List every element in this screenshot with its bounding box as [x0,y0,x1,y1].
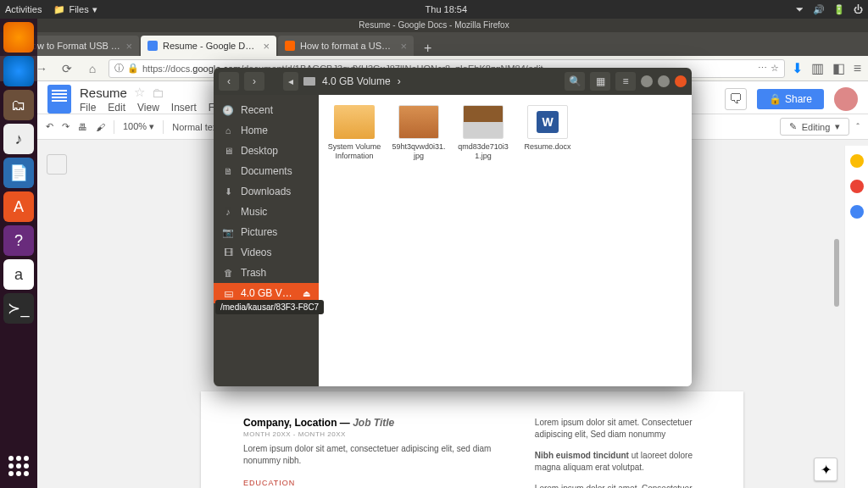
scrollbar-thumb[interactable] [834,239,839,307]
doc-title[interactable]: Resume [80,86,127,100]
new-tab-button[interactable]: + [415,41,440,56]
desktop-icon: 🖥 [222,146,234,156]
calendar-icon[interactable] [850,205,864,219]
drive-icon [303,77,315,86]
hamburger-menu-icon[interactable]: ≡ [854,61,861,76]
sidebar-item-recent[interactable]: 🕘Recent [214,100,319,120]
dock-terminal-icon[interactable]: ≻_ [3,293,34,324]
dock-firefox-icon[interactable] [3,22,34,53]
sidebar-item-music[interactable]: ♪Music [214,202,319,222]
path-bar[interactable]: 4.0 GB Volume › [303,75,559,87]
zoom-select[interactable]: 100% ▾ [123,121,154,132]
sidebar-item-label: Music [241,206,267,218]
library-icon[interactable]: ▥ [811,60,824,76]
nav-forward-button[interactable]: › [244,72,264,91]
side-text: Lorem ipsum dolor sit amet. Consectetuer… [535,417,701,441]
folder-icon[interactable]: 🗀 [152,86,164,100]
file-name: System Volume Information [327,142,381,161]
dock-rhythmbox-icon[interactable]: ♪ [3,124,34,154]
star-icon[interactable]: ☆ [134,85,145,100]
close-tab-icon[interactable]: × [263,40,270,53]
lock-icon: 🔒 [127,63,139,74]
menu-file[interactable]: File [80,102,96,114]
undo-button[interactable]: ↶ [46,121,53,132]
dock-writer-icon[interactable]: 📄 [3,158,34,188]
sidebar-item-home[interactable]: ⌂Home [214,120,319,141]
dock-files-icon[interactable]: 🗂 [3,90,34,120]
home-button[interactable]: ⌂ [83,59,102,78]
dock-thunderbird-icon[interactable] [3,56,34,86]
docs-logo-icon[interactable] [47,85,71,114]
eject-icon[interactable]: ⏏ [303,289,310,298]
keep-icon[interactable] [850,154,864,168]
sidebar-item-trash[interactable]: 🗑Trash [214,263,319,283]
redo-button[interactable]: ↷ [62,121,70,132]
clock[interactable]: Thu 18:54 [97,4,795,14]
sidebar-item-videos[interactable]: 🎞Videos [214,242,319,263]
print-button[interactable]: 🖶 [78,122,87,132]
chevron-right-icon: › [398,75,401,87]
document-page[interactable]: Company, Location — Job Title MONTH 20XX… [201,391,743,488]
trash-icon: 🗑 [222,268,234,278]
share-label: Share [785,93,812,105]
maximize-button[interactable] [658,75,670,87]
hamburger-button[interactable]: ≡ [615,72,636,91]
tasks-icon[interactable] [850,180,864,193]
share-button[interactable]: 🔒 Share [757,89,824,109]
sidebar-item-downloads[interactable]: ⬇Downloads [214,181,319,202]
files-window: ‹ › ◂ 4.0 GB Volume › 🔍 ▦ ≡ 🕘Recent ⌂Hom… [214,68,692,386]
nav-back-button[interactable]: ‹ [219,72,239,91]
image-thumbnail-icon [463,105,504,139]
account-avatar[interactable] [834,87,858,111]
music-icon: ♪ [222,207,234,217]
close-tab-icon[interactable]: × [125,40,132,53]
explore-button[interactable]: ✦ [814,458,837,481]
battery-icon: 🔋 [833,4,845,15]
activities-button[interactable]: Activities [5,4,42,15]
close-tab-icon[interactable]: × [400,40,407,53]
dock-amazon-icon[interactable]: a [3,259,34,290]
search-button[interactable]: 🔍 [565,72,585,91]
file-name: 59ht3qvwd0i31.jpg [392,142,446,161]
file-name: Resume.docx [520,142,575,152]
power-icon: ⏻ [854,4,863,14]
bookmark-star-icon[interactable]: ☆ [771,63,779,74]
path-arrow-icon[interactable]: ◂ [283,72,298,91]
reload-button[interactable]: ⟳ [58,59,76,78]
sidebar-item-documents[interactable]: 🗎Documents [214,161,319,181]
chevron-up-icon[interactable]: ˆ [856,122,860,132]
firefox-tabstrip: How to Format USB Driv× Resume - Google … [0,32,868,56]
info-icon[interactable]: ⓘ [114,62,124,75]
menu-insert[interactable]: Insert [171,102,197,114]
sidebar-item-label: Videos [241,247,271,258]
favicon-icon [285,41,295,51]
show-applications-button[interactable] [3,451,34,481]
file-item[interactable]: qmd83de710i31.jpg [456,105,510,161]
file-item[interactable]: Resume.docx [520,105,575,152]
mode-select[interactable]: ✎ Editing ▾ [780,118,850,136]
file-grid[interactable]: System Volume Information 59ht3qvwd0i31.… [319,95,692,386]
outline-toggle-button[interactable] [47,154,67,175]
minimize-button[interactable] [641,75,653,87]
dock-software-icon[interactable]: A [3,191,34,222]
files-menu-button[interactable]: 📁 Files ▾ [53,4,97,15]
view-grid-button[interactable]: ▦ [590,72,610,91]
file-item[interactable]: 59ht3qvwd0i31.jpg [392,105,446,161]
menu-edit[interactable]: Edit [108,102,125,114]
comments-button[interactable]: 🗨 [725,88,747,110]
downloads-icon[interactable]: ⬇ [792,60,803,76]
browser-tab[interactable]: Resume - Google Docs× [141,36,276,56]
file-item[interactable]: System Volume Information [327,105,381,161]
sidebar-icon[interactable]: ◧ [832,60,845,76]
system-status-area[interactable]: ⏷ 🔊 🔋 ⏻ [795,4,863,15]
favicon-icon [147,41,158,51]
sidebar-item-desktop[interactable]: 🖥Desktop [214,141,319,161]
browser-tab[interactable]: How to format a USB fla× [278,36,414,56]
paint-format-button[interactable]: 🖌 [96,122,105,132]
dock-help-icon[interactable]: ? [3,225,34,256]
close-button[interactable] [675,75,687,87]
menu-view[interactable]: View [137,102,159,114]
files-headerbar: ‹ › ◂ 4.0 GB Volume › 🔍 ▦ ≡ [214,68,692,95]
page-actions-icon[interactable]: ⋯ [758,63,767,74]
sidebar-item-pictures[interactable]: 📷Pictures [214,222,319,242]
